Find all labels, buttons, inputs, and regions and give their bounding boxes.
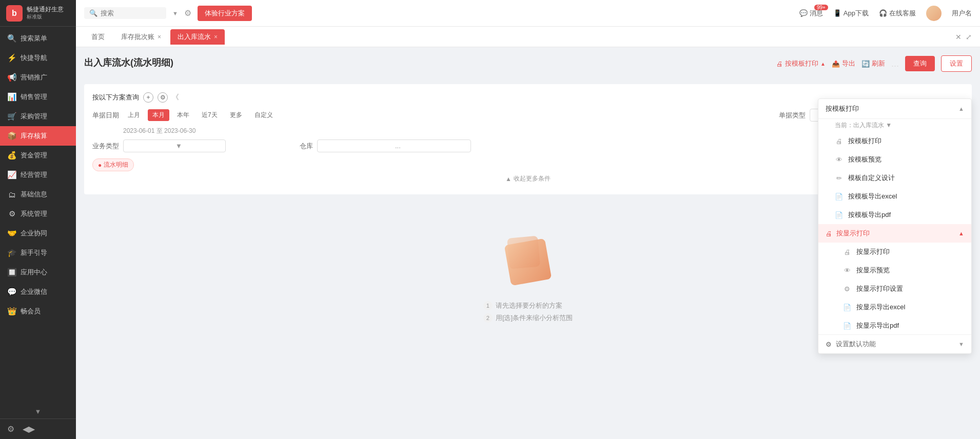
query-btn[interactable]: 查询 — [905, 56, 935, 71]
sidebar-item-finance[interactable]: 💰 资金管理 — [0, 146, 76, 165]
tab-batch-account[interactable]: 库存批次账 × — [114, 29, 168, 45]
biz-type-filter: 业务类型 ▼ — [92, 139, 226, 152]
member-icon: 👑 — [7, 307, 16, 316]
page-content: 出入库流水(流水明细) 🖨 按模板打印 ▲ 📤 导出 🔄 刷新 — [76, 47, 980, 439]
topbar-search[interactable]: 🔍 — [84, 7, 166, 19]
sidebar-item-operations[interactable]: 📈 经营管理 — [0, 165, 76, 185]
dropdown-display-preview[interactable]: 👁 按显示预览 — [818, 261, 971, 280]
sidebar-item-label: 资金管理 — [21, 151, 47, 160]
search-input[interactable] — [101, 9, 152, 17]
warehouse-more-icon[interactable]: ... — [395, 142, 465, 150]
sidebar-collapse-icon[interactable]: ◀▶ — [23, 424, 35, 434]
tab-flow[interactable]: 出入库流水 × — [170, 29, 225, 45]
collapse-arrow-icon: ▲ — [505, 175, 512, 183]
biz-type-label: 业务类型 — [92, 142, 119, 151]
eye-icon-1: 👁 — [835, 155, 843, 164]
sidebar-item-label: 营销推广 — [21, 73, 47, 82]
dropdown-display-pdf[interactable]: 📄 按显示导出pdf — [818, 316, 971, 334]
sidebar-item-guide[interactable]: 🎓 新手引导 — [0, 243, 76, 263]
display-printer-icon: 🖨 — [826, 230, 832, 237]
date-filter: 上月 本月 本年 近7天 更多 自定义 — [123, 109, 278, 121]
filter-tag-label: 流水明细 — [104, 161, 128, 169]
sidebar-item-base[interactable]: 🗂 基础信息 — [0, 185, 76, 204]
filter-collapse-btn[interactable]: 《 — [172, 93, 179, 102]
system-icon: ⚙ — [7, 209, 16, 218]
date-btn-this-year[interactable]: 本年 — [172, 109, 194, 121]
filter-settings-btn[interactable]: ⚙ — [158, 92, 168, 103]
date-btn-custom[interactable]: 自定义 — [250, 109, 278, 121]
date-btn-more[interactable]: 更多 — [225, 109, 247, 121]
tab-home[interactable]: 首页 — [84, 29, 112, 45]
app-name: 畅捷通好生意 — [27, 6, 64, 14]
sidebar-item-system[interactable]: ⚙ 系统管理 — [0, 204, 76, 224]
messages-btn[interactable]: 💬 消息 99+ — [799, 9, 823, 18]
sidebar-item-member[interactable]: 👑 畅会员 — [0, 302, 76, 321]
tip-2-num: 2 — [483, 313, 493, 323]
biz-type-select[interactable]: ▼ — [123, 139, 226, 152]
tabs-bar: 首页 库存批次账 × 出入库流水 × ✕ ⤢ — [76, 27, 980, 47]
display-section-title: 🖨 按显示打印 — [826, 229, 870, 238]
window-expand-icon[interactable]: ⤢ — [966, 33, 972, 41]
dropdown-display-print[interactable]: 🖨 按显示打印 — [818, 243, 971, 261]
sidebar-item-label: 畅会员 — [21, 307, 41, 316]
dropdown-template-pdf[interactable]: 📄 按模板导出pdf — [818, 206, 971, 224]
warehouse-select[interactable]: ... — [317, 139, 471, 152]
topbar-dropdown-arrow[interactable]: ▼ — [172, 10, 178, 16]
sidebar-item-inventory[interactable]: 📦 库存核算 — [0, 126, 76, 146]
dropdown-template-preview[interactable]: 👁 按模板预览 — [818, 150, 971, 169]
current-arrow-icon: ▼ — [886, 122, 892, 129]
empty-box-icon — [504, 238, 552, 286]
dropdown-header: 按模板打印 ▲ — [818, 99, 971, 119]
topbar: 🔍 ▼ ⚙ 体验行业方案 💬 消息 99+ 📱 App下载 🎧 在线客服 — [76, 0, 980, 27]
dropdown-template-excel[interactable]: 📄 按模板导出excel — [818, 187, 971, 206]
sidebar-item-purchase[interactable]: 🛒 采购管理 — [0, 107, 76, 126]
dropdown-arrow-icon[interactable]: ▲ — [958, 106, 964, 112]
sidebar-item-wechat[interactable]: 💬 企业微信 — [0, 282, 76, 302]
dropdown-display-settings[interactable]: ⚙ 按显示打印设置 — [818, 280, 971, 298]
empty-tip-2: 2 用[选]条件来缩小分析范围 — [483, 313, 573, 323]
sidebar-item-search[interactable]: 🔍 搜索菜单 — [0, 29, 76, 48]
tab-home-label: 首页 — [91, 32, 105, 42]
app-download-btn[interactable]: 📱 App下载 — [833, 9, 869, 18]
export-btn[interactable]: 📤 导出 — [832, 59, 855, 68]
settings-btn[interactable]: 设置 — [941, 55, 972, 72]
tab-batch-close-icon[interactable]: × — [158, 33, 161, 41]
sidebar-scroll-down[interactable]: ▼ — [0, 405, 76, 418]
user-avatar[interactable] — [926, 6, 942, 21]
date-btn-this-month[interactable]: 本月 — [148, 109, 169, 121]
template-print-label: 按模板打印 — [785, 59, 818, 68]
sidebar-item-marketing[interactable]: 📢 营销推广 — [0, 68, 76, 87]
pdf-icon-2: 📄 — [843, 322, 851, 330]
trial-btn[interactable]: 体验行业方案 — [198, 6, 252, 21]
online-service-btn[interactable]: 🎧 在线客服 — [879, 9, 916, 18]
topbar-right: 💬 消息 99+ 📱 App下载 🎧 在线客服 用户名 — [799, 6, 972, 21]
sidebar-item-apps[interactable]: 🔲 应用中心 — [0, 263, 76, 282]
tip-1-text: 请先选择要分析的方案 — [496, 301, 562, 310]
dropdown-display-excel[interactable]: 📄 按显示导出excel — [818, 298, 971, 316]
sidebar-item-label: 快捷导航 — [21, 53, 47, 63]
topbar-gear-icon[interactable]: ⚙ — [184, 8, 191, 18]
date-btn-last-month[interactable]: 上月 — [123, 109, 145, 121]
sidebar-item-sales[interactable]: 📊 销售管理 — [0, 87, 76, 107]
sidebar-settings-icon[interactable]: ⚙ — [7, 424, 14, 434]
sidebar-item-collab[interactable]: 🤝 企业协同 — [0, 224, 76, 243]
app-badge: 标准版 — [27, 13, 64, 21]
divider: ... — [891, 58, 899, 69]
template-print-btn[interactable]: 🖨 按模板打印 ▲ — [776, 59, 826, 68]
search-icon: 🔍 — [89, 9, 97, 17]
tab-flow-close-icon[interactable]: × — [214, 33, 218, 41]
sidebar-item-shortcut[interactable]: ⚡ 快捷导航 — [0, 48, 76, 68]
sidebar: b 畅捷通好生意 标准版 🔍 搜索菜单 ⚡ 快捷导航 📢 营销推广 📊 销 — [0, 0, 76, 439]
window-close-icon[interactable]: ✕ — [955, 33, 962, 41]
warehouse-filter: 仓库 ... — [300, 139, 471, 152]
dropdown-current-label: 当前：出入库流水 ▼ — [818, 119, 971, 132]
dropdown-template-print[interactable]: 🖨 按模板打印 — [818, 132, 971, 150]
refresh-btn[interactable]: 🔄 刷新 — [861, 59, 885, 68]
dropdown-footer[interactable]: ⚙ 设置默认功能 ▼ — [818, 334, 971, 353]
sidebar-item-label: 库存核算 — [21, 131, 47, 141]
display-section-header[interactable]: 🖨 按显示打印 ▲ — [818, 224, 971, 243]
filter-add-btn[interactable]: + — [143, 92, 153, 103]
dropdown-template-custom[interactable]: ✏ 模板自定义设计 — [818, 169, 971, 187]
guide-icon: 🎓 — [7, 248, 16, 257]
date-btn-7days[interactable]: 近7天 — [197, 109, 222, 121]
